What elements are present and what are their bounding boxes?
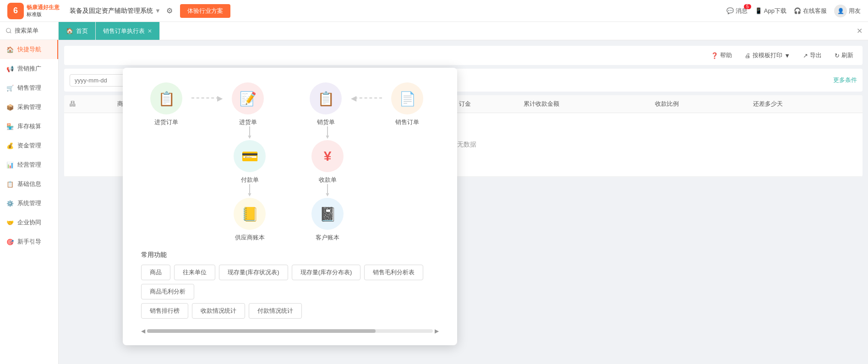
arrow-down-payment: ▼ [224,184,275,198]
system-title-area: 装备及固定资产辅助管理系统 ▼ ⚙ 体验行业方案 [70,4,726,18]
home-icon: 🏠 [6,46,14,53]
message-btn[interactable]: 💬 消息 5 [726,7,748,15]
payment-bill-label: 付款单 [241,176,259,184]
flow-row-3: 📒 供应商账本 📓 客户账本 [141,198,353,242]
avatar: 👤 [834,5,847,17]
scrollbar-left-arrow[interactable]: ◀ [141,328,145,334]
common-buttons-row-2: 销售排行榜 收款情况统计 付款情况统计 [141,303,439,319]
inventory-icon: 🏪 [6,123,14,130]
common-btn-payment-stat[interactable]: 付款情况统计 [249,303,302,319]
newbie-icon: 🎯 [6,239,14,245]
common-btn-receipt-stat[interactable]: 收款情况统计 [192,303,245,319]
main-content: ❓ 帮助 🖨 按模板打印 ▼ ↗ 导出 ↻ 刷新 [59,40,868,364]
main-area: 搜索菜单 🏠 快捷导航 📢 营销推广 🛒 销售管理 📦 采购管理 🏪 库存核算 [0,22,868,364]
flow-row-arrows-2: ▼ ▼ [141,184,439,198]
content-area: 🏠 首页 销售订单执行表 ✕ ✕ ❓ 帮助 🖨 [59,22,868,364]
popup-scrollbar: ◀ ▶ [141,328,439,334]
sidebar-item-finance[interactable]: 💰 资金管理 [0,136,58,155]
purchase-order-circle: 📋 [150,82,182,114]
customer-ledger-label: 客户账本 [316,234,339,242]
common-btn-product[interactable]: 商品 [141,265,170,280]
flow-node-supplier-ledger: 📒 供应商账本 [224,198,275,242]
flow-node-receipt-bill: ¥ 收款单 [302,140,353,184]
arrow-purchase-to-bill: ▶ [191,94,223,115]
online-service-btn[interactable]: 🎧 在线客服 [794,7,827,15]
tab-home[interactable]: 🏠 首页 [59,22,96,40]
app-download-btn[interactable]: 📱 App下载 [755,7,786,15]
supplier-ledger-circle: 📒 [234,198,266,230]
sidebar-item-enterprise[interactable]: 🤝 企业协同 [0,213,58,232]
purchase-bill-circle: 📝 [232,82,264,114]
popup: 📋 进货订单 ▶ 📝 [123,68,457,345]
logo-text: 畅康通好生意 标准版 [27,4,60,18]
flow-row-2: 💳 付款单 ¥ 收款单 [141,140,353,184]
sales-icon: 🛒 [6,85,14,92]
operations-icon: 📊 [6,162,14,168]
sidebar-item-marketing[interactable]: 📢 营销推广 [0,59,58,78]
arrow-down-receipt: ▼ [302,184,353,198]
finance-icon: 💰 [6,142,14,149]
flow-row-1: 📋 进货订单 ▶ 📝 [141,82,432,126]
tab-sales-order[interactable]: 销售订单执行表 ✕ [96,22,160,40]
arrow-down-purchase-bill: ▼ [224,126,275,140]
common-btn-product-profit[interactable]: 商品毛利分析 [141,284,194,299]
top-bar: 6 畅康通好生意 标准版 装备及固定资产辅助管理系统 ▼ ⚙ 体验行业方案 💬 … [0,0,868,22]
close-all-tabs-button[interactable]: ✕ [857,27,863,35]
sidebar-item-basic-info[interactable]: 📋 基础信息 [0,174,58,194]
flow-node-sales-order: 📄 销售订单 [382,82,432,126]
common-btn-stock-status[interactable]: 现存量(库存状况表) [219,265,288,280]
sidebar-item-system[interactable]: ⚙️ 系统管理 [0,194,58,213]
app-wrapper: 6 畅康通好生意 标准版 装备及固定资产辅助管理系统 ▼ ⚙ 体验行业方案 💬 … [0,0,868,364]
home-tab-icon: 🏠 [66,27,73,34]
settings-icon-btn[interactable]: ⚙ [166,6,173,15]
logo-area: 6 畅康通好生意 标准版 [7,3,66,19]
title-dropdown-icon[interactable]: ▼ [155,7,161,14]
sidebar-item-sales[interactable]: 🛒 销售管理 [0,78,58,98]
sidebar-item-newbie[interactable]: 🎯 新手引导 [0,232,58,251]
purchase-bill-label: 进货单 [239,118,257,126]
marketing-icon: 📢 [6,65,14,72]
sidebar: 搜索菜单 🏠 快捷导航 📢 营销推广 🛒 销售管理 📦 采购管理 🏪 库存核算 [0,22,59,364]
payment-bill-circle: 💳 [234,140,266,172]
flow-node-sales-bill: 📋 销货单 [300,82,351,126]
supplier-ledger-label: 供应商账本 [235,234,265,242]
receipt-bill-label: 收款单 [319,176,337,184]
common-functions-title: 常用功能 [141,251,439,259]
flow-node-purchase-order: 📋 进货订单 [141,82,191,126]
sales-bill-label: 销货单 [317,118,335,126]
sidebar-item-operations[interactable]: 📊 经营管理 [0,155,58,174]
sidebar-item-inventory[interactable]: 🏪 库存核算 [0,117,58,136]
scrollbar-track[interactable] [147,329,433,333]
common-btn-stock-dist[interactable]: 现存量(库存分布表) [292,265,361,280]
logo-icon: 6 [7,3,24,19]
search-icon [5,27,12,34]
search-menu[interactable]: 搜索菜单 [0,22,58,40]
sales-order-label: 销售订单 [395,118,419,126]
flow-node-purchase-bill: 📝 进货单 [223,82,273,126]
trial-button[interactable]: 体验行业方案 [180,4,230,18]
common-btn-partner[interactable]: 往来单位 [174,265,215,280]
popup-overlay: 📋 进货订单 ▶ 📝 [59,40,868,364]
system-title: 装备及固定资产辅助管理系统 [70,7,153,15]
sidebar-item-quick-nav[interactable]: 🏠 快捷导航 [0,40,58,59]
purchase-icon: 📦 [6,104,14,111]
common-btn-sales-ranking[interactable]: 销售排行榜 [141,303,188,319]
basic-info-icon: 📋 [6,181,14,188]
tab-close-icon[interactable]: ✕ [147,28,152,34]
flow-node-customer-ledger: 📓 客户账本 [302,198,353,242]
headset-icon: 🎧 [794,7,801,14]
flow-node-payment-bill: 💳 付款单 [224,140,275,184]
receipt-bill-circle: ¥ [311,140,344,172]
purchase-order-label: 进货订单 [154,118,178,126]
scrollbar-right-arrow[interactable]: ▶ [435,328,439,334]
user-menu[interactable]: 👤 用友 [834,5,861,17]
common-btn-sales-profit[interactable]: 销售毛利分析表 [364,265,423,280]
customer-ledger-circle: 📓 [311,198,344,230]
sales-bill-circle: 📋 [310,82,342,114]
sidebar-item-purchase[interactable]: 📦 采购管理 [0,98,58,117]
tab-bar: 🏠 首页 销售订单执行表 ✕ ✕ [59,22,868,40]
sales-order-circle: 📄 [391,82,423,114]
message-badge: 5 [744,4,751,9]
message-icon: 💬 [726,7,734,14]
system-icon: ⚙️ [6,200,14,207]
